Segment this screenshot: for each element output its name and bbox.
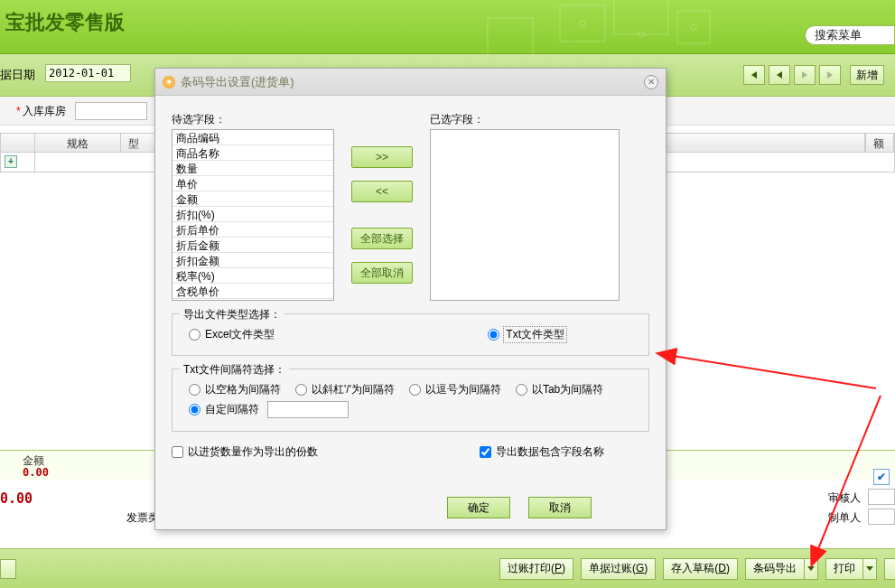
auditor-input[interactable]: [868, 489, 895, 505]
move-right-button[interactable]: >>: [351, 146, 413, 168]
available-field-item[interactable]: 商品编码: [172, 130, 333, 145]
bottom-left-button[interactable]: [0, 559, 16, 579]
available-field-item[interactable]: 商品名称: [172, 145, 333, 161]
creator-input[interactable]: [868, 509, 895, 525]
doc-date-input[interactable]: [45, 64, 131, 82]
svg-rect-1: [614, 0, 668, 34]
menu-search[interactable]: 搜索菜单: [805, 25, 895, 45]
include-header-label[interactable]: 导出数据包含字段名称: [496, 444, 604, 460]
grid-header-amount: 额: [865, 134, 894, 152]
dialog-cancel-button[interactable]: 取消: [528, 497, 592, 518]
dialog-ok-button[interactable]: 确定: [447, 497, 510, 518]
svg-rect-0: [560, 5, 605, 42]
available-field-item[interactable]: 单价: [172, 176, 333, 191]
svg-point-4: [580, 21, 585, 26]
available-field-item[interactable]: 数量: [172, 161, 333, 176]
qty-copies-checkbox[interactable]: [172, 446, 183, 458]
creator-label: 制单人: [828, 510, 861, 526]
nav-first-button[interactable]: [743, 65, 765, 85]
filetype-excel-label[interactable]: Excel文件类型: [205, 327, 275, 342]
sep-custom-label[interactable]: 自定间隔符: [205, 402, 259, 417]
move-left-button[interactable]: <<: [351, 181, 413, 202]
bottom-action-bar: 过账打印(P) 单据过账(G) 存入草稿(D) 条码导出 打印: [0, 548, 895, 588]
separator-group-label: Txt文件间隔符选择：: [180, 362, 289, 378]
filetype-txt-radio[interactable]: [488, 329, 499, 341]
dialog-title-icon: ✦: [163, 76, 175, 89]
sep-space-label[interactable]: 以空格为间隔符: [205, 382, 281, 397]
available-field-item[interactable]: 税率(%): [172, 268, 333, 284]
svg-rect-2: [677, 11, 710, 43]
filetype-txt-label[interactable]: Txt文件类型: [504, 327, 566, 342]
file-type-group: 导出文件类型选择： Excel文件类型 Txt文件类型: [172, 313, 649, 356]
print-splitbutton[interactable]: 打印: [825, 558, 877, 580]
available-fields-label: 待选字段：: [172, 112, 334, 127]
available-field-item[interactable]: 折扣(%): [172, 207, 333, 222]
deselect-all-button[interactable]: 全部取消: [351, 262, 413, 284]
sep-comma-radio[interactable]: [409, 384, 421, 396]
post-print-button[interactable]: 过账打印(P): [499, 558, 573, 580]
svg-point-6: [691, 24, 696, 30]
file-type-group-label: 导出文件类型选择：: [180, 307, 284, 322]
barcode-export-dropdown-icon[interactable]: [804, 558, 818, 580]
select-all-button[interactable]: 全部选择: [351, 228, 413, 249]
big-amount: 0.00: [0, 490, 33, 507]
available-field-item[interactable]: 折扣金额: [172, 253, 333, 268]
nav-next-button[interactable]: [794, 65, 816, 85]
selected-fields-label: 已选字段：: [430, 112, 620, 127]
doc-date-label: 据日期: [0, 67, 35, 83]
sep-slash-label[interactable]: 以斜杠'/'为间隔符: [312, 382, 395, 397]
grid-header-index: [1, 134, 35, 152]
sep-slash-radio[interactable]: [295, 384, 307, 396]
svg-rect-3: [488, 18, 533, 54]
available-fields-listbox[interactable]: 商品编码商品名称数量单价金额折扣(%)折后单价折后金额折扣金额税率(%)含税单价: [172, 129, 334, 301]
print-dropdown-icon[interactable]: [862, 558, 877, 580]
available-field-item[interactable]: 折后金额: [172, 238, 333, 253]
auditor-label: 审核人: [828, 490, 861, 506]
grid-add-row-icon[interactable]: +: [5, 155, 17, 168]
barcode-export-label[interactable]: 条码导出: [745, 558, 804, 580]
include-header-checkbox[interactable]: [480, 446, 491, 458]
available-field-item[interactable]: 折后单价: [172, 222, 333, 238]
warehouse-label: 入库库房: [23, 104, 66, 119]
nav-last-button[interactable]: [819, 65, 841, 85]
available-field-item[interactable]: 含税单价: [172, 284, 333, 299]
sep-tab-label[interactable]: 以Tab为间隔符: [532, 382, 603, 397]
post-button[interactable]: 单据过账(G): [581, 558, 656, 580]
sep-space-radio[interactable]: [189, 384, 200, 396]
qty-copies-label[interactable]: 以进货数量作为导出的份数: [188, 444, 318, 460]
sep-tab-radio[interactable]: [516, 384, 527, 396]
dialog-close-button[interactable]: ✕: [644, 75, 658, 89]
warehouse-input[interactable]: [75, 102, 147, 120]
print-label[interactable]: 打印: [825, 558, 862, 580]
grid-header-model: 型: [121, 134, 157, 152]
dialog-titlebar: ✦ 条码导出设置(进货单) ✕: [155, 69, 666, 96]
save-draft-button[interactable]: 存入草稿(D): [663, 558, 738, 580]
search-input[interactable]: [865, 27, 894, 43]
app-title: 宝批发零售版: [5, 9, 125, 36]
dialog-title-text: 条码导出设置(进货单): [181, 74, 294, 90]
amount-value: 0.00: [23, 466, 49, 479]
sep-comma-label[interactable]: 以逗号为间隔符: [425, 382, 501, 397]
available-field-item[interactable]: 金额: [172, 191, 333, 207]
new-doc-button[interactable]: 新增: [850, 65, 884, 85]
separator-group: Txt文件间隔符选择： 以空格为间隔符 以斜杠'/'为间隔符 以逗号为间隔符 以…: [172, 369, 649, 432]
bottom-tail-button[interactable]: [884, 558, 895, 580]
sep-custom-radio[interactable]: [189, 404, 200, 415]
grid-header-spec: 规格: [35, 134, 121, 152]
search-label: 搜索菜单: [815, 27, 862, 43]
filetype-excel-radio[interactable]: [189, 329, 200, 341]
nav-prev-button[interactable]: [769, 65, 790, 85]
required-marker: *: [16, 105, 21, 117]
barcode-export-dialog: ✦ 条码导出设置(进货单) ✕ 待选字段： 商品编码商品名称数量单价金额折扣(%…: [154, 68, 667, 530]
sep-custom-input[interactable]: [267, 401, 349, 418]
svg-line-7: [673, 356, 876, 388]
barcode-export-splitbutton[interactable]: 条码导出: [745, 558, 818, 580]
top-banner: 宝批发零售版 搜索菜单: [0, 0, 895, 54]
selected-fields-listbox[interactable]: [430, 129, 620, 301]
